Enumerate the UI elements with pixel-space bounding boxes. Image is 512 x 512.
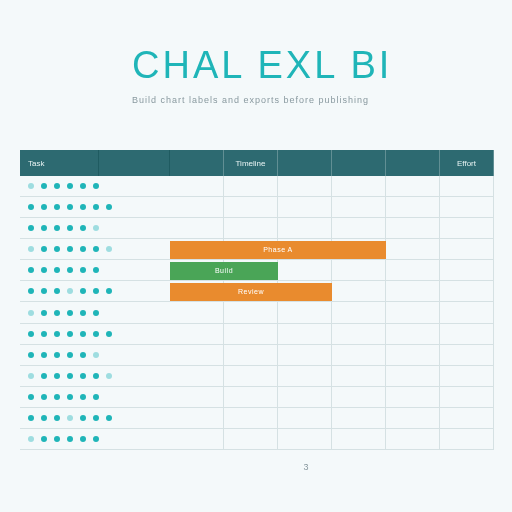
timeline-cell	[440, 260, 494, 280]
task-row[interactable]	[20, 324, 170, 345]
task-row[interactable]	[20, 239, 170, 260]
dot-icon	[41, 225, 47, 231]
task-row[interactable]	[20, 366, 170, 387]
timeline-cell	[332, 429, 386, 449]
dot-icon	[106, 415, 112, 421]
dot-icon	[54, 394, 60, 400]
gantt-bar[interactable]: Build	[170, 262, 278, 280]
timeline-cell	[386, 408, 440, 428]
dot-icon	[41, 310, 47, 316]
dot-icon	[93, 352, 99, 358]
timeline-cell	[386, 239, 440, 259]
timeline-cell	[386, 218, 440, 238]
task-row[interactable]	[20, 387, 170, 408]
dot-icon	[41, 204, 47, 210]
timeline-cell	[224, 366, 278, 386]
timeline-cell	[170, 429, 224, 449]
task-row[interactable]	[20, 408, 170, 429]
task-row[interactable]	[20, 218, 170, 239]
dot-icon	[41, 436, 47, 442]
timeline-cell	[440, 218, 494, 238]
task-row[interactable]	[20, 260, 170, 281]
dot-icon	[54, 415, 60, 421]
dot-icon	[106, 288, 112, 294]
task-row[interactable]	[20, 281, 170, 302]
timeline-row	[170, 429, 494, 450]
dot-icon	[93, 331, 99, 337]
timeline-row	[170, 302, 494, 323]
dot-icon	[80, 267, 86, 273]
task-row[interactable]	[20, 345, 170, 366]
timeline-cell	[278, 345, 332, 365]
task-row[interactable]	[20, 197, 170, 218]
dot-icon	[80, 288, 86, 294]
dot-icon	[80, 183, 86, 189]
timeline-cell	[224, 176, 278, 196]
dot-icon	[54, 288, 60, 294]
dot-icon	[67, 183, 73, 189]
timeline-row	[170, 176, 494, 197]
title-area: CHAL EXL BI Build chart labels and expor…	[132, 44, 492, 105]
dot-icon	[106, 246, 112, 252]
dot-icon	[54, 183, 60, 189]
gantt-chart: Task TimelineEffort Phase ABuildReview 3	[20, 150, 494, 450]
dot-icon	[41, 183, 47, 189]
dot-icon	[41, 267, 47, 273]
dot-icon	[28, 310, 34, 316]
timeline-cell	[224, 345, 278, 365]
timeline-cell	[386, 366, 440, 386]
dot-icon	[93, 246, 99, 252]
dot-icon	[106, 331, 112, 337]
gantt-bar[interactable]: Phase A	[170, 241, 386, 259]
timeline-cell	[440, 302, 494, 322]
timeline-pane: TimelineEffort Phase ABuildReview 3	[170, 150, 494, 450]
timeline-cell	[278, 260, 332, 280]
dot-icon	[41, 415, 47, 421]
task-dots	[20, 331, 170, 337]
timeline-cell	[224, 197, 278, 217]
dot-icon	[28, 331, 34, 337]
timeline-cell	[386, 302, 440, 322]
timeline-cell	[170, 366, 224, 386]
timeline-header-cell	[332, 150, 386, 176]
dot-icon	[93, 204, 99, 210]
dot-icon	[54, 246, 60, 252]
dot-icon	[80, 246, 86, 252]
timeline-cell	[386, 429, 440, 449]
dot-icon	[93, 310, 99, 316]
dot-icon	[67, 246, 73, 252]
timeline-cell	[278, 176, 332, 196]
task-row[interactable]	[20, 429, 170, 450]
timeline-cell	[170, 387, 224, 407]
timeline-cell	[440, 429, 494, 449]
timeline-header-cell	[170, 150, 224, 176]
timeline-row	[170, 387, 494, 408]
dot-icon	[93, 436, 99, 442]
dot-icon	[67, 331, 73, 337]
timeline-header-cell	[386, 150, 440, 176]
timeline-cell	[170, 302, 224, 322]
timeline-row	[170, 366, 494, 387]
task-header-label: Task	[20, 150, 99, 176]
dot-icon	[67, 225, 73, 231]
dot-icon	[54, 352, 60, 358]
dot-icon	[93, 394, 99, 400]
dot-icon	[28, 415, 34, 421]
task-dots	[20, 246, 170, 252]
dot-icon	[54, 373, 60, 379]
dot-icon	[41, 352, 47, 358]
gantt-bar[interactable]: Review	[170, 283, 332, 301]
dot-icon	[67, 373, 73, 379]
task-row[interactable]	[20, 176, 170, 197]
dot-icon	[41, 288, 47, 294]
timeline-cell	[170, 324, 224, 344]
task-row[interactable]	[20, 302, 170, 323]
timeline-cell	[440, 408, 494, 428]
timeline-cell	[170, 345, 224, 365]
timeline-cell	[386, 197, 440, 217]
dot-icon	[80, 415, 86, 421]
dot-icon	[41, 394, 47, 400]
dot-icon	[28, 204, 34, 210]
dot-icon	[80, 331, 86, 337]
dot-icon	[80, 225, 86, 231]
